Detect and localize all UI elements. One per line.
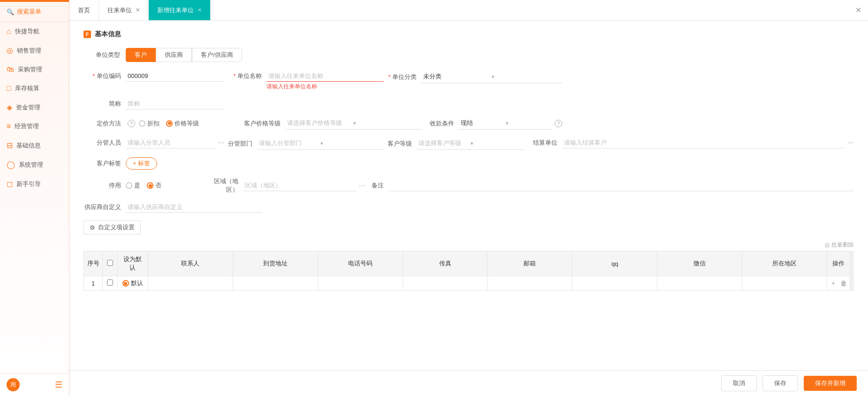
row-phone[interactable] <box>318 276 403 291</box>
pricing-level[interactable]: 价格等级 <box>166 119 199 128</box>
no-radio[interactable] <box>147 182 153 189</box>
table-header-row: 序号 设为默认 联系人 到货地址 电话号码 传真 邮箱 qq 微信 所在地区 操… <box>84 251 850 276</box>
field-department: 分管部门 请输入分管部门 ▾ <box>224 137 384 150</box>
sidebar-icon-sales: ◎ <box>7 46 13 55</box>
tab-bar-close-all[interactable]: ✕ <box>849 0 868 20</box>
fax-input[interactable] <box>406 280 485 287</box>
sidebar-icon-finance: ◈ <box>7 103 12 112</box>
supervisor-extra-icon[interactable]: ··· <box>215 139 224 147</box>
unit-type-supplier[interactable]: 供应商 <box>156 48 192 62</box>
remark-input[interactable] <box>388 180 854 191</box>
row-wechat[interactable] <box>657 276 742 291</box>
sidebar-item-sales[interactable]: ◎销售管理 <box>0 41 69 60</box>
abbreviation-input[interactable] <box>126 98 224 109</box>
default-radio[interactable] <box>122 280 129 287</box>
contact-input[interactable] <box>151 280 230 287</box>
supplier-custom-input[interactable] <box>126 202 262 213</box>
select-all-checkbox[interactable] <box>107 260 113 266</box>
payment-terms-select[interactable]: 现结 ▾ <box>459 117 553 130</box>
sidebar-item-basic[interactable]: ⊟基础信息 <box>0 136 69 155</box>
row-supplier-custom: 供应商自定义 <box>84 202 854 213</box>
sidebar-item-guide[interactable]: ◻新手引导 <box>0 174 69 194</box>
row-checkbox[interactable] <box>107 280 113 286</box>
row-address[interactable] <box>233 276 318 291</box>
wechat-input[interactable] <box>660 280 739 287</box>
batch-delete-btn[interactable]: ⊟ 批量删除 <box>84 241 854 249</box>
menu-expand-icon[interactable]: ☰ <box>55 380 62 390</box>
settlement-unit-input[interactable] <box>562 137 845 148</box>
unit-category-select[interactable]: 未分类 ▾ <box>421 70 562 83</box>
region-extra-icon[interactable]: ··· <box>356 181 365 190</box>
col-phone: 电话号码 <box>318 251 403 276</box>
custom-settings-button[interactable]: ⚙ 自定义项设置 <box>84 220 141 234</box>
region-row-input[interactable] <box>745 280 824 287</box>
disable-yes[interactable]: 是 <box>126 181 140 190</box>
sidebar-label-purchase: 采购管理 <box>18 65 42 74</box>
payment-terms-tip-icon[interactable]: ? <box>555 120 562 127</box>
sidebar-label-sales: 销售管理 <box>17 47 41 55</box>
settlement-unit-extra-icon[interactable]: ··· <box>845 139 854 147</box>
unit-name-input[interactable] <box>266 70 384 82</box>
sidebar-label-quick-nav: 快捷导航 <box>15 27 39 36</box>
unit-type-both[interactable]: 客户/供应商 <box>192 48 242 62</box>
pricing-method-label: 定价方法 <box>84 119 126 128</box>
sidebar-item-inventory[interactable]: □库存核算 <box>0 79 69 98</box>
tab-contact-units-close[interactable]: ✕ <box>136 7 140 13</box>
discount-label: 折扣 <box>147 119 160 128</box>
remark-label: 备注 <box>365 181 388 190</box>
sidebar-item-purchase[interactable]: 🛍采购管理 <box>0 60 69 79</box>
supervisor-input[interactable] <box>126 137 215 148</box>
pricing-discount[interactable]: 折扣 <box>139 119 160 128</box>
tab-contact-units[interactable]: 往来单位 ✕ <box>99 0 149 20</box>
save-and-new-button[interactable]: 保存并新增 <box>804 376 857 391</box>
row-check[interactable] <box>103 276 118 291</box>
sidebar-nav: ⌂快捷导航◎销售管理🛍采购管理□库存核算◈资金管理≡经营管理⊟基础信息◯系统管理… <box>0 22 69 194</box>
sidebar-search[interactable]: 🔍 搜索菜单 <box>0 2 69 22</box>
add-row-btn[interactable]: ＋ <box>830 279 837 287</box>
delete-row-btn[interactable]: 🗑 <box>840 280 847 287</box>
unit-category-chevron: ▾ <box>492 74 560 80</box>
yes-radio[interactable] <box>126 182 132 189</box>
supplier-custom-label: 供应商自定义 <box>84 203 126 211</box>
tab-new-contact-unit-close[interactable]: ✕ <box>198 7 202 13</box>
unit-type-customer[interactable]: 客户 <box>126 48 156 62</box>
level-radio[interactable] <box>166 120 173 127</box>
section-icon: F <box>84 31 91 38</box>
pricing-tip-icon[interactable]: ? <box>128 120 135 127</box>
region-input[interactable] <box>243 180 356 191</box>
department-select[interactable]: 请输入分管部门 ▾ <box>257 137 384 150</box>
form-footer: 取消 保存 保存并新增 <box>69 370 868 396</box>
row-supervisor: 分管人员 ··· 分管部门 请输入分管部门 ▾ 客户等级 请选择客户等级 ▾ <box>84 137 854 150</box>
cancel-button[interactable]: 取消 <box>721 375 757 391</box>
customer-level-select[interactable]: 请选择客户等级 ▾ <box>417 137 525 150</box>
discount-radio[interactable] <box>139 120 145 127</box>
field-unit-code: 单位编码 <box>84 70 224 82</box>
add-tag-button[interactable]: + 标签 <box>126 157 157 170</box>
tab-home[interactable]: 首页 <box>69 0 99 20</box>
sidebar-item-system[interactable]: ◯系统管理 <box>0 155 69 174</box>
sidebar-label-system: 系统管理 <box>19 161 43 169</box>
row-contact[interactable] <box>148 276 233 291</box>
sidebar-item-operation[interactable]: ≡经营管理 <box>0 117 69 136</box>
unit-code-input[interactable] <box>126 70 224 82</box>
row-email[interactable] <box>487 276 572 291</box>
qq-input[interactable] <box>575 280 654 287</box>
field-abbreviation: 简称 <box>84 98 224 109</box>
address-input[interactable] <box>236 280 315 287</box>
disable-no[interactable]: 否 <box>147 181 161 190</box>
row-ops-container: ＋ 🗑 <box>830 279 847 287</box>
row-region[interactable] <box>742 276 827 291</box>
sidebar-item-finance[interactable]: ◈资金管理 <box>0 98 69 117</box>
row-fax[interactable] <box>403 276 487 291</box>
tab-contact-units-label: 往来单位 <box>107 6 132 15</box>
form-content: F 基本信息 单位类型 客户 供应商 客户/供应商 单位编码 单位名称 <box>69 21 868 370</box>
phone-input[interactable] <box>321 280 400 287</box>
sidebar-item-quick-nav[interactable]: ⌂快捷导航 <box>0 22 69 41</box>
customer-price-level-select[interactable]: 请选择客户价格等级 ▾ <box>285 117 421 130</box>
pricing-radio-group: 折扣 价格等级 <box>139 119 199 128</box>
tab-new-contact-unit[interactable]: 新增往来单位 ✕ <box>149 0 211 20</box>
row-qq[interactable] <box>572 276 657 291</box>
email-input[interactable] <box>490 280 569 287</box>
col-wechat: 微信 <box>657 251 742 276</box>
save-button[interactable]: 保存 <box>762 375 798 391</box>
